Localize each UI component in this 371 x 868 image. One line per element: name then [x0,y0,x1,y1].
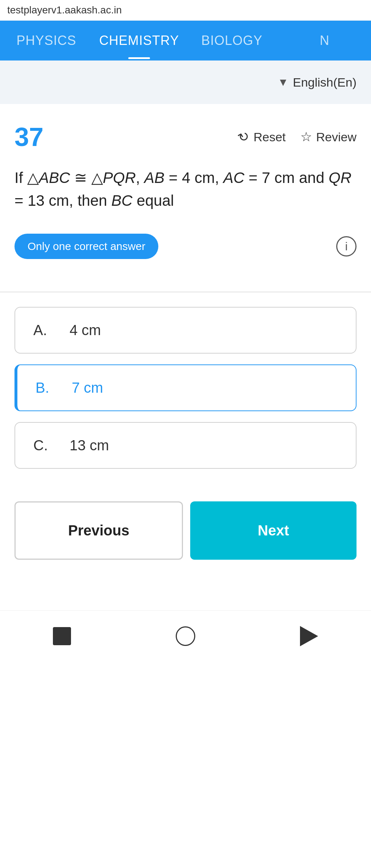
android-back-button[interactable] [175,625,196,647]
option-c[interactable]: C. 13 cm [14,422,357,469]
android-home-button[interactable] [51,625,73,647]
option-a-label: A. [33,322,55,338]
nav-buttons: Previous Next [0,501,371,560]
question-container: 37 ↻ Reset ☆ Review If △ABC ≅ △PQR, AB =… [0,104,371,284]
question-number: 37 [14,122,43,152]
previous-button[interactable]: Previous [14,501,183,560]
option-b-label: B. [36,380,57,396]
square-icon [53,627,71,645]
android-recent-button[interactable] [298,625,320,647]
reset-label: Reset [254,130,286,144]
answer-type-row: Only one correct answer i [14,234,357,259]
language-label: English(En) [293,75,357,89]
info-icon[interactable]: i [336,236,357,256]
options-container: A. 4 cm B. 7 cm C. 13 cm [0,300,371,487]
url-text: testplayerv1.aakash.ac.in [7,4,122,16]
review-label: Review [316,130,357,144]
option-a[interactable]: A. 4 cm [14,307,357,354]
answer-type-badge: Only one correct answer [14,234,158,259]
tab-physics[interactable]: PHYSICS [0,22,93,59]
reset-icon: ↻ [235,128,252,146]
option-b-value: 7 cm [72,380,103,396]
question-actions: ↻ Reset ☆ Review [238,129,357,145]
language-selector[interactable]: ▼ English(En) [278,75,357,89]
option-c-value: 13 cm [70,437,109,454]
tab-chemistry[interactable]: CHEMISTRY [93,22,186,59]
option-a-value: 4 cm [70,322,101,338]
tab-more[interactable]: N [278,22,371,59]
language-bar: ▼ English(En) [0,60,371,104]
reset-button[interactable]: ↻ Reset [238,129,286,145]
option-c-label: C. [33,437,55,454]
tab-biology[interactable]: BIOLOGY [186,22,278,59]
triangle-icon [300,626,318,646]
star-icon: ☆ [300,129,312,145]
status-bar: testplayerv1.aakash.ac.in [0,0,371,21]
spacer [0,560,371,589]
question-text: If △ABC ≅ △PQR, AB = 4 cm, AC = 7 cm and… [14,166,357,212]
android-nav-bar [0,610,371,662]
chevron-down-icon: ▼ [278,76,289,88]
question-header: 37 ↻ Reset ☆ Review [14,122,357,152]
next-button[interactable]: Next [190,501,357,560]
review-button[interactable]: ☆ Review [300,129,357,145]
circle-icon [176,626,195,646]
divider [0,292,371,292]
option-b[interactable]: B. 7 cm [14,364,357,411]
tab-navigation: PHYSICS CHEMISTRY BIOLOGY N [0,21,371,60]
